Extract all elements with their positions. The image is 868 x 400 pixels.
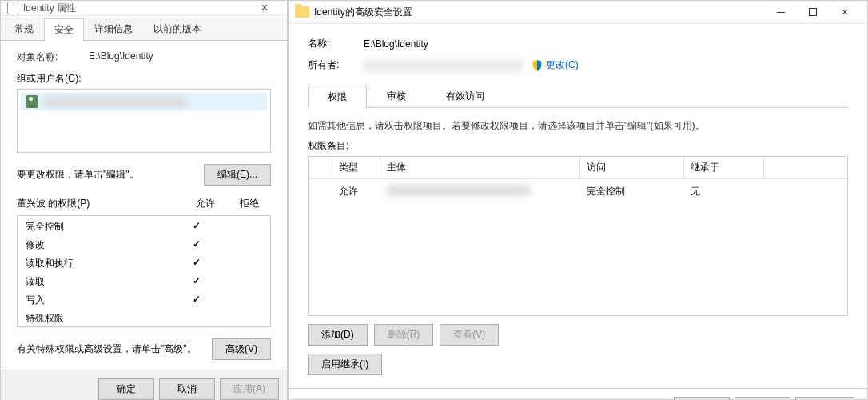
object-name-value: E:\Blog\Identity — [89, 50, 153, 64]
maximize-button[interactable] — [797, 1, 829, 23]
col-subject[interactable]: 主体 — [380, 157, 580, 178]
entries-table: 类型 主体 访问 继承于 允许 完全控制 无 — [308, 156, 848, 316]
ok-button[interactable]: 确定 — [98, 378, 154, 400]
allow-column-header: 允许 — [183, 197, 227, 210]
table-row[interactable]: 允许 完全控制 无 — [309, 179, 847, 204]
entry-type: 允许 — [332, 182, 380, 201]
entry-inherit: 无 — [684, 182, 764, 201]
perm-row: 完全控制✓ — [18, 218, 270, 236]
titlebar: Identity 属性 × — [1, 1, 287, 16]
check-icon: ✓ — [174, 294, 218, 307]
check-icon: ✓ — [174, 257, 218, 270]
remove-button[interactable]: 删除(R) — [374, 324, 434, 346]
perm-row: 读取✓ — [18, 273, 270, 291]
apply-button[interactable]: 应用(A) — [795, 397, 854, 400]
check-icon: ✓ — [174, 275, 218, 289]
users-label: 组或用户名(G): — [17, 72, 271, 86]
perm-row: 特殊权限 — [18, 310, 270, 328]
shield-icon — [532, 60, 543, 71]
name-value: E:\Blog\Identity — [364, 38, 428, 50]
tab-general[interactable]: 常规 — [4, 18, 44, 40]
permissions-list: 完全控制✓ 修改✓ 读取和执行✓ 读取✓ 写入✓ 特殊权限 — [17, 215, 271, 327]
tabs: 常规 安全 详细信息 以前的版本 — [1, 18, 287, 41]
owner-label: 所有者: — [308, 58, 364, 72]
content-area: 对象名称: E:\Blog\Identity 组或用户名(G): 要更改权限，请… — [1, 41, 287, 370]
close-icon: × — [842, 6, 848, 18]
minimize-icon — [777, 12, 785, 13]
edit-hint: 要更改权限，请单击"编辑"。 — [17, 168, 139, 182]
bottom-buttons: 确定 取消 应用(A) — [1, 370, 287, 400]
file-icon — [7, 2, 18, 14]
ok-button[interactable]: 确定 — [674, 397, 730, 400]
folder-icon — [295, 6, 309, 18]
perm-row: 修改✓ — [18, 236, 270, 254]
tab-effective-access[interactable]: 有效访问 — [426, 85, 504, 107]
user-name — [43, 96, 187, 107]
tab-previous-versions[interactable]: 以前的版本 — [143, 18, 212, 40]
view-button[interactable]: 查看(V) — [440, 324, 499, 346]
check-icon: ✓ — [174, 238, 218, 252]
change-owner-link[interactable]: 更改(C) — [546, 58, 579, 72]
titlebar: Identity的高级安全设置 × — [289, 1, 867, 24]
hint-text: 如需其他信息，请双击权限项目。若要修改权限项目，请选择该项目并单击"编辑"(如果… — [308, 119, 848, 133]
entries-label: 权限条目: — [308, 139, 848, 153]
cancel-button[interactable]: 取消 — [159, 378, 215, 400]
cancel-button[interactable]: 取消 — [735, 397, 790, 400]
col-access[interactable]: 访问 — [580, 157, 684, 178]
entry-access: 完全控制 — [580, 182, 684, 201]
perm-row: 写入✓ — [18, 291, 270, 310]
col-type[interactable]: 类型 — [332, 157, 380, 178]
user-item[interactable] — [21, 93, 267, 110]
users-listbox[interactable] — [17, 89, 271, 153]
deny-column-header: 拒绝 — [227, 197, 271, 210]
entry-subject — [380, 182, 580, 201]
advanced-security-dialog: Identity的高级安全设置 × 名称: E:\Blog\Identity 所… — [288, 0, 868, 400]
owner-value — [364, 60, 524, 71]
tab-security[interactable]: 安全 — [44, 18, 84, 41]
close-button[interactable]: × — [829, 1, 861, 23]
tab-details[interactable]: 详细信息 — [84, 18, 143, 40]
dialog-title: Identity的高级安全设置 — [314, 6, 412, 19]
perm-row: 读取和执行✓ — [18, 254, 270, 273]
advanced-button[interactable]: 高级(V) — [212, 338, 271, 360]
user-icon — [26, 95, 38, 108]
tab-permissions[interactable]: 权限 — [308, 86, 367, 108]
name-label: 名称: — [308, 37, 364, 50]
properties-dialog: Identity 属性 × 常规 安全 详细信息 以前的版本 对象名称: E:\… — [0, 0, 288, 400]
dialog-title: Identity 属性 — [23, 2, 249, 15]
add-button[interactable]: 添加(D) — [308, 324, 368, 346]
enable-inherit-button[interactable]: 启用继承(I) — [308, 354, 382, 375]
bottom-buttons: 确定 取消 应用(A) — [289, 388, 867, 400]
col-inherit[interactable]: 继承于 — [684, 157, 764, 178]
tabs: 权限 审核 有效访问 — [308, 85, 848, 108]
apply-button[interactable]: 应用(A) — [220, 378, 279, 400]
edit-button[interactable]: 编辑(E)... — [204, 164, 271, 186]
tab-audit[interactable]: 审核 — [367, 85, 426, 107]
object-name-label: 对象名称: — [17, 50, 89, 64]
perm-owner-label: 董兴波 的权限(P) — [17, 197, 183, 210]
check-icon: ✓ — [174, 220, 218, 234]
advanced-hint: 有关特殊权限或高级设置，请单击"高级"。 — [17, 342, 197, 356]
table-header: 类型 主体 访问 继承于 — [309, 157, 847, 179]
minimize-button[interactable] — [765, 1, 797, 23]
close-icon[interactable]: × — [249, 1, 281, 15]
maximize-icon — [809, 8, 817, 16]
